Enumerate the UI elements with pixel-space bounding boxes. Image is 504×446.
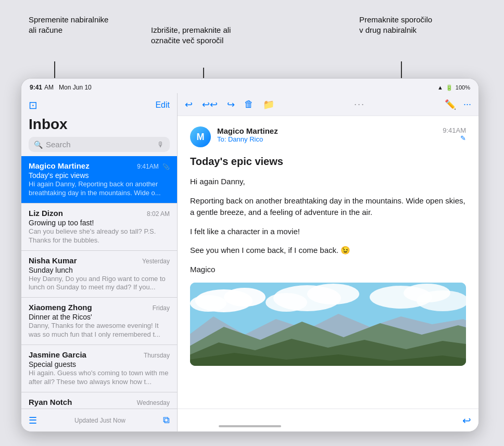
overflow-icon[interactable]: ··· (463, 99, 471, 110)
email-list-item[interactable]: Magico Martinez 9:41AM 📎 Today's epic vi… (21, 156, 177, 203)
sidebar-toggle-icon[interactable]: ⊡ (29, 99, 37, 111)
search-bar[interactable]: 🔍 Search 🎙 (29, 137, 170, 152)
compose-icon[interactable]: ✏️ (445, 99, 456, 110)
email-attachment-image (190, 283, 466, 366)
edit-button[interactable]: Edit (155, 100, 170, 110)
email-list-item[interactable]: Liz Dizon 8:02 AM Growing up too fast! C… (21, 203, 177, 251)
home-indicator (219, 425, 281, 427)
more-dots-center: ··· (354, 99, 365, 110)
email-received-time: 9:41AM (443, 126, 466, 134)
svg-point-2 (224, 288, 266, 307)
annotation-mailboxes: Spremenite nabiralnike ali račune (29, 15, 120, 36)
inbox-title: Inbox (21, 116, 177, 137)
svg-point-5 (307, 284, 359, 304)
email-list-item[interactable]: Ryan Notch Wednesday Out of town Howdy, … (21, 392, 177, 409)
reply-bottom-icon[interactable]: ↩ (462, 414, 471, 427)
status-bar: 9:41 AM Mon Jun 10 ▲ 🔋 100% (21, 79, 478, 93)
email-body-paragraph: Reporting back on another breathtaking d… (190, 195, 466, 219)
annotation-bulk-actions: Izbrišite, premaknite ali označite več s… (151, 25, 266, 46)
email-body-paragraph: I felt like a character in a movie! (190, 226, 466, 238)
status-ampm: AM (44, 84, 54, 91)
reply-icon[interactable]: ↩ (185, 99, 193, 110)
email-edit-link[interactable]: ✎ (443, 134, 466, 142)
email-subject-heading: Today's epic views (190, 156, 466, 168)
svg-point-6 (266, 293, 307, 312)
trash-icon[interactable]: 🗑 (244, 99, 254, 110)
email-list: Magico Martinez 9:41AM 📎 Today's epic vi… (21, 156, 177, 409)
toolbar-left-icons: ↩ ↩↩ ↪ 🗑 📁 (185, 99, 274, 110)
status-icons: ▲ 🔋 100% (437, 84, 470, 91)
email-content: M Magico Martinez To: Danny Rico 9:41AM … (178, 116, 478, 409)
status-date: Mon Jun 10 (59, 84, 92, 91)
mic-icon: 🎙 (157, 141, 165, 149)
toolbar-right-icons: ✏️ ··· (445, 99, 471, 110)
left-panel: ⊡ Edit Inbox 🔍 Search 🎙 Magico Martinez … (21, 93, 178, 431)
updated-text: Updated Just Now (74, 417, 125, 424)
email-list-item[interactable]: Xiaomeng Zhong Friday Dinner at the Rico… (21, 298, 177, 345)
email-meta: Magico Martinez To: Danny Rico (217, 126, 436, 143)
ipad-frame: 9:41 AM Mon Jun 10 ▲ 🔋 100% ⊡ Edit Inbox… (21, 78, 479, 432)
left-bottom-bar: ☰ Updated Just Now ⧉ (21, 409, 177, 431)
folder-icon[interactable]: 📁 (263, 99, 274, 110)
email-body-paragraph: See you when I come back, if I come back… (190, 245, 466, 257)
email-header-row: M Magico Martinez To: Danny Rico 9:41AM … (190, 126, 466, 147)
search-placeholder: Search (46, 140, 154, 149)
email-body-paragraph: Magico (190, 264, 466, 276)
email-list-item[interactable]: Jasmine Garcia Thursday Special guests H… (21, 345, 177, 392)
search-icon: 🔍 (34, 141, 43, 149)
left-toolbar: ⊡ Edit (21, 93, 177, 116)
sender-avatar: M (190, 126, 211, 147)
email-list-item[interactable]: Nisha Kumar Yesterday Sunday lunch Hey D… (21, 251, 177, 298)
status-time: 9:41 (30, 84, 42, 91)
reply-all-icon[interactable]: ↩↩ (202, 99, 218, 110)
svg-point-3 (190, 295, 226, 312)
right-toolbar: ↩ ↩↩ ↪ 🗑 📁 ··· ✏️ ··· (178, 93, 478, 116)
right-bottom-bar: ↩ (178, 409, 478, 431)
email-body: Hi again Danny,Reporting back on another… (190, 176, 466, 275)
email-to[interactable]: To: Danny Rico (217, 135, 436, 143)
battery-icon: 🔋 (446, 84, 453, 91)
wifi-icon: ▲ (437, 84, 443, 91)
email-from: Magico Martinez (217, 126, 436, 135)
email-body-paragraph: Hi again Danny, (190, 176, 466, 188)
annotation-move-message: Premaknite sporočilo v drug nabiralnik (359, 15, 484, 36)
filter-icon[interactable]: ☰ (29, 415, 37, 426)
right-panel: ↩ ↩↩ ↪ 🗑 📁 ··· ✏️ ··· M Magico Martinez (178, 93, 478, 431)
battery-level: 100% (456, 84, 470, 91)
forward-icon[interactable]: ↪ (227, 99, 235, 110)
copy-icon[interactable]: ⧉ (163, 415, 170, 426)
